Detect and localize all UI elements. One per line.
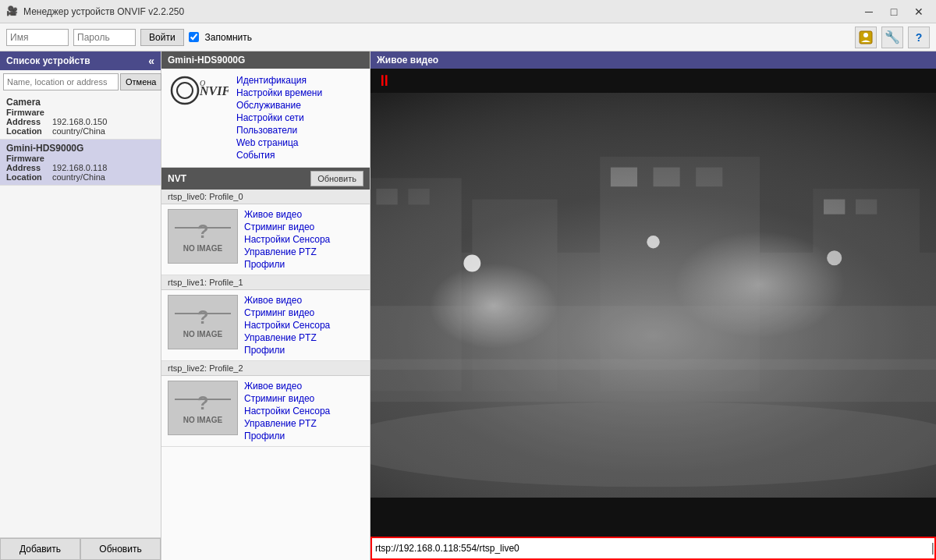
users-link[interactable]: Пользователи — [236, 125, 322, 136]
maintenance-link[interactable]: Обслуживание — [236, 100, 322, 111]
collapse-icon[interactable]: « — [148, 55, 154, 67]
url-bar: | — [370, 537, 936, 560]
profile-header-0: rtsp_live0: Profile_0 — [161, 190, 370, 204]
streaming-link-1[interactable]: Стриминг видео — [244, 307, 330, 318]
panel-title: Список устройств — [6, 55, 90, 66]
cursor-indicator: | — [931, 541, 934, 555]
username-input[interactable] — [6, 29, 69, 46]
profile-item-0: rtsp_live0: Profile_0 ? NO IMAGE Живое в… — [161, 190, 370, 275]
password-input[interactable] — [73, 29, 136, 46]
device-item-camera[interactable]: Camera Firmware Address 192.168.0.150 Lo… — [0, 94, 161, 140]
close-button[interactable]: ✕ — [908, 4, 930, 19]
nvt-title: NVT — [168, 173, 186, 184]
thumb-line — [175, 227, 231, 229]
svg-point-2 — [172, 77, 198, 104]
firmware-label: Firmware — [6, 154, 49, 163]
tools-icon: 🔧 — [885, 30, 900, 44]
svg-point-26 — [647, 236, 659, 248]
login-button[interactable]: Войти — [140, 29, 184, 46]
no-image-label: NO IMAGE — [183, 330, 223, 338]
panel-header: Список устройств « — [0, 51, 161, 70]
profile-links-1: Живое видео Стриминг видео Настройки Сен… — [244, 295, 330, 356]
right-panel: Живое видео ⏸ — [370, 51, 936, 560]
rtsp-url-input[interactable] — [372, 538, 931, 558]
svg-point-25 — [463, 255, 480, 272]
profile-links-0: Живое видео Стриминг видео Настройки Сен… — [244, 209, 330, 270]
remember-label: Запомнить — [205, 32, 252, 43]
thumb-line — [175, 399, 231, 400]
nvt-update-button[interactable]: Обновить — [310, 171, 363, 186]
svg-point-3 — [177, 83, 193, 98]
device-type: Gmini-HDS9000G — [6, 143, 154, 154]
location-value: country/China — [52, 126, 105, 136]
device-item-gmini[interactable]: Gmini-HDS9000G Firmware Address 192.168.… — [0, 140, 161, 186]
sensor-settings-link-1[interactable]: Настройки Сенсора — [244, 320, 330, 331]
firmware-row: Firmware — [6, 154, 154, 163]
profile-item-1: rtsp_live1: Profile_1 ? NO IMAGE Живое в… — [161, 275, 370, 361]
help-icon: ? — [916, 31, 923, 44]
sensor-settings-link-2[interactable]: Настройки Сенсора — [244, 406, 330, 416]
window-controls: ─ □ ✕ — [858, 4, 930, 19]
video-bottom-area: | — [370, 498, 936, 560]
profile-thumbnail-2: ? NO IMAGE — [168, 381, 238, 435]
onvif-section: NVIF O Идентификация Настройки времени О… — [161, 69, 370, 168]
video-main — [370, 93, 936, 498]
live-video-link-0[interactable]: Живое видео — [244, 209, 330, 220]
onvif-logo-svg: NVIF O — [170, 76, 229, 105]
profile-content-1: ? NO IMAGE Живое видео Стриминг видео На… — [161, 290, 370, 360]
location-label: Location — [6, 172, 49, 182]
video-controls: ⏸ — [370, 69, 936, 93]
search-input[interactable] — [3, 73, 119, 90]
thumb-line — [175, 313, 231, 314]
time-settings-link[interactable]: Настройки времени — [236, 87, 322, 98]
cancel-button[interactable]: Отмена — [120, 73, 161, 90]
profile-item-2: rtsp_live2: Profile_2 ? NO IMAGE Живое в… — [161, 361, 370, 447]
address-row: Address 192.168.0.150 — [6, 117, 154, 126]
events-link[interactable]: События — [236, 150, 322, 161]
ptz-link-2[interactable]: Управление PTZ — [244, 418, 330, 429]
profiles-link-1[interactable]: Профили — [244, 345, 330, 356]
device-list: Camera Firmware Address 192.168.0.150 Lo… — [0, 94, 161, 537]
profiles-link-0[interactable]: Профили — [244, 259, 330, 270]
user-icon-button[interactable] — [855, 27, 877, 48]
svg-rect-30 — [370, 359, 936, 402]
app-icon: 🎥 — [6, 5, 19, 18]
profile-header-1: rtsp_live1: Profile_1 — [161, 275, 370, 290]
profile-thumbnail-0: ? NO IMAGE — [168, 209, 238, 264]
address-value: 192.168.0.118 — [52, 163, 107, 172]
maximize-button[interactable]: □ — [883, 4, 905, 19]
sensor-settings-link-0[interactable]: Настройки Сенсора — [244, 234, 330, 245]
ptz-link-1[interactable]: Управление PTZ — [244, 332, 330, 343]
left-panel: Список устройств « Отмена Camera Firmwar… — [0, 51, 161, 560]
question-mark: ? — [197, 392, 209, 414]
add-device-button[interactable]: Добавить — [0, 538, 80, 560]
help-button[interactable]: ? — [908, 27, 930, 48]
location-row: Location country/China — [6, 172, 154, 182]
user-icon — [859, 30, 873, 44]
firmware-label: Firmware — [6, 108, 49, 117]
network-settings-link[interactable]: Настройки сети — [236, 112, 322, 123]
streaming-link-0[interactable]: Стриминг видео — [244, 222, 330, 232]
address-label: Address — [6, 117, 49, 126]
live-video-link-1[interactable]: Живое видео — [244, 295, 330, 306]
pause-icon[interactable]: ⏸ — [377, 72, 392, 90]
location-label: Location — [6, 126, 49, 136]
search-row: Отмена — [0, 70, 161, 94]
remember-checkbox[interactable] — [189, 32, 199, 42]
identification-link[interactable]: Идентификация — [236, 75, 322, 86]
device-header: Gmini-HDS9000G — [161, 51, 370, 69]
live-video-link-2[interactable]: Живое видео — [244, 381, 330, 392]
tools-button[interactable]: 🔧 — [881, 27, 903, 48]
svg-point-22 — [370, 402, 936, 487]
question-mark: ? — [197, 307, 209, 328]
refresh-devices-button[interactable]: Обновить — [80, 538, 161, 560]
svg-point-27 — [827, 250, 842, 265]
firmware-row: Firmware — [6, 108, 154, 117]
streaming-link-2[interactable]: Стриминг видео — [244, 393, 330, 404]
ptz-link-0[interactable]: Управление PTZ — [244, 246, 330, 257]
device-type: Camera — [6, 97, 154, 108]
profiles-link-2[interactable]: Профили — [244, 431, 330, 441]
web-page-link[interactable]: Web страница — [236, 137, 322, 148]
middle-panel: Gmini-HDS9000G NVIF O Идентификация Наст… — [161, 51, 370, 560]
minimize-button[interactable]: ─ — [858, 4, 880, 19]
